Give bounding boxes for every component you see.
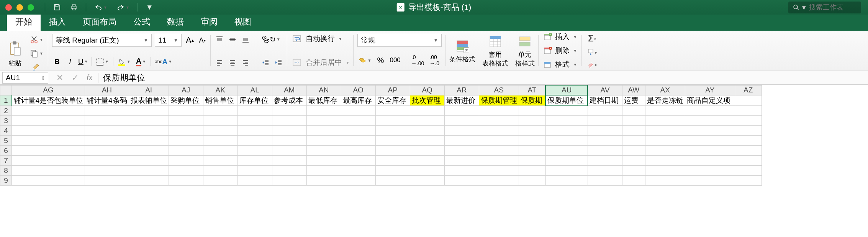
- increase-indent-button[interactable]: [274, 58, 283, 67]
- confirm-edit-button[interactable]: ✓: [70, 72, 80, 84]
- cell-AS8[interactable]: [479, 166, 519, 176]
- cell-AP6[interactable]: [375, 146, 410, 156]
- cell-AS6[interactable]: [479, 146, 519, 156]
- column-header-AK[interactable]: AK: [203, 85, 237, 95]
- cell-AR4[interactable]: [444, 126, 479, 136]
- spreadsheet-grid[interactable]: AGAHAIAJAKALAMANAOAPAQARASATAUAVAWAXAYAZ…: [0, 85, 868, 186]
- cell-AK4[interactable]: [203, 126, 237, 136]
- phonetic-button[interactable]: abcA▼: [154, 56, 173, 67]
- copy-button[interactable]: ▼: [28, 48, 44, 59]
- cell-AZ8[interactable]: [735, 166, 762, 176]
- cell-AM4[interactable]: [272, 126, 306, 136]
- row-header-7[interactable]: 7: [0, 156, 12, 166]
- cell-AH7[interactable]: [85, 156, 129, 166]
- cell-AN8[interactable]: [306, 166, 341, 176]
- column-header-AW[interactable]: AW: [622, 85, 645, 95]
- cell-AH1[interactable]: 辅计量4条码: [85, 95, 129, 106]
- cell-AX3[interactable]: [645, 116, 685, 126]
- column-header-AT[interactable]: AT: [519, 85, 545, 95]
- cell-AU8[interactable]: [545, 166, 588, 176]
- row-header-6[interactable]: 6: [0, 146, 12, 156]
- cell-AZ6[interactable]: [735, 146, 762, 156]
- cell-AK1[interactable]: 销售单位: [203, 95, 237, 106]
- cell-AX1[interactable]: 是否走冻链: [645, 95, 685, 106]
- tab-insert[interactable]: 插入: [41, 13, 74, 31]
- cell-AT4[interactable]: [519, 126, 545, 136]
- cell-AU7[interactable]: [545, 156, 588, 166]
- cell-AN1[interactable]: 最低库存: [306, 95, 341, 106]
- insert-cells-button[interactable]: + 插入▼: [542, 31, 578, 43]
- column-header-AY[interactable]: AY: [685, 85, 735, 95]
- cell-AS1[interactable]: 保质期管理: [479, 95, 519, 106]
- cell-AS3[interactable]: [479, 116, 519, 126]
- cell-AY1[interactable]: 商品自定义项: [685, 95, 735, 106]
- cell-AJ1[interactable]: 采购单位: [169, 95, 203, 106]
- cell-AJ7[interactable]: [169, 156, 203, 166]
- cell-AG8[interactable]: [12, 166, 85, 176]
- cell-AN9[interactable]: [306, 176, 341, 186]
- cell-AI2[interactable]: [129, 106, 169, 116]
- cell-AO4[interactable]: [341, 126, 375, 136]
- fill-button[interactable]: ▸: [586, 47, 598, 57]
- cell-AW2[interactable]: [622, 106, 645, 116]
- cell-AI8[interactable]: [129, 166, 169, 176]
- cell-AG3[interactable]: [12, 116, 85, 126]
- cell-AK3[interactable]: [203, 116, 237, 126]
- wrap-text-button[interactable]: [291, 34, 303, 44]
- cell-AY2[interactable]: [685, 106, 735, 116]
- cell-AT6[interactable]: [519, 146, 545, 156]
- cell-AV3[interactable]: [588, 116, 622, 126]
- cell-AT7[interactable]: [519, 156, 545, 166]
- cell-AI4[interactable]: [129, 126, 169, 136]
- cell-AI3[interactable]: [129, 116, 169, 126]
- cell-AV5[interactable]: [588, 136, 622, 146]
- cell-AP3[interactable]: [375, 116, 410, 126]
- cell-AV6[interactable]: [588, 146, 622, 156]
- cell-AU3[interactable]: [545, 116, 588, 126]
- column-header-AH[interactable]: AH: [85, 85, 129, 95]
- decrease-font-button[interactable]: A▾: [198, 35, 207, 46]
- border-button[interactable]: ▼: [95, 56, 110, 67]
- italic-button[interactable]: I: [65, 57, 75, 67]
- cell-AT9[interactable]: [519, 176, 545, 186]
- paste-button[interactable]: [7, 40, 23, 58]
- print-icon[interactable]: [69, 2, 79, 12]
- cell-AO3[interactable]: [341, 116, 375, 126]
- format-painter-button[interactable]: [28, 61, 44, 73]
- cell-AH9[interactable]: [85, 176, 129, 186]
- row-header-2[interactable]: 2: [0, 106, 12, 116]
- cell-AR6[interactable]: [444, 146, 479, 156]
- cell-AP5[interactable]: [375, 136, 410, 146]
- cell-AJ8[interactable]: [169, 166, 203, 176]
- decrease-indent-button[interactable]: [260, 58, 270, 67]
- column-header-AQ[interactable]: AQ: [410, 85, 444, 95]
- format-as-table-button[interactable]: [487, 33, 503, 49]
- minimize-window-button[interactable]: [16, 4, 23, 11]
- clear-button[interactable]: ▸: [586, 59, 598, 69]
- cell-AP4[interactable]: [375, 126, 410, 136]
- cell-AQ3[interactable]: [410, 116, 444, 126]
- cell-AT8[interactable]: [519, 166, 545, 176]
- cell-AN5[interactable]: [306, 136, 341, 146]
- align-left-button[interactable]: [215, 58, 224, 67]
- cell-AN4[interactable]: [306, 126, 341, 136]
- align-top-button[interactable]: [215, 35, 224, 44]
- cell-AW8[interactable]: [622, 166, 645, 176]
- cell-AH4[interactable]: [85, 126, 129, 136]
- column-header-AX[interactable]: AX: [645, 85, 685, 95]
- cell-AV4[interactable]: [588, 126, 622, 136]
- decrease-decimal-button[interactable]: .00→.0: [428, 53, 441, 67]
- cell-AI6[interactable]: [129, 146, 169, 156]
- row-header-8[interactable]: 8: [0, 166, 12, 176]
- cell-AM2[interactable]: [272, 106, 306, 116]
- cell-AM8[interactable]: [272, 166, 306, 176]
- cell-AK9[interactable]: [203, 176, 237, 186]
- cell-AN2[interactable]: [306, 106, 341, 116]
- cell-AJ2[interactable]: [169, 106, 203, 116]
- cell-AM7[interactable]: [272, 156, 306, 166]
- cell-AU4[interactable]: [545, 126, 588, 136]
- cell-AO2[interactable]: [341, 106, 375, 116]
- cell-AS7[interactable]: [479, 156, 519, 166]
- cell-AI1[interactable]: 报表辅单位: [129, 95, 169, 106]
- cell-AO7[interactable]: [341, 156, 375, 166]
